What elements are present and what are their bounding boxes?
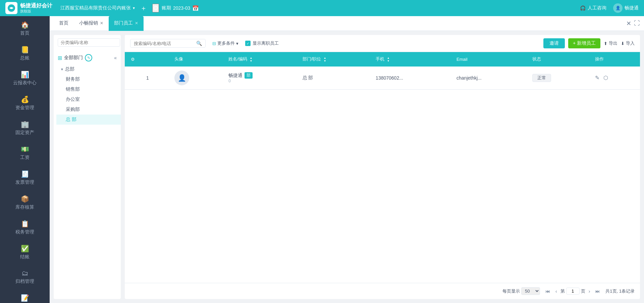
all-dept-item[interactable]: ⊞ 全部部门 ✎ « <box>54 51 121 64</box>
show-resigned-checkbox[interactable]: ✓ <box>245 41 251 46</box>
filter-label: 更多条件 <box>217 40 235 46</box>
dept-sub-office[interactable]: 办公室 <box>56 94 121 104</box>
expand-icon: ▼ <box>60 68 64 71</box>
import-button[interactable]: ⬇ 导入 <box>621 40 635 46</box>
pagination: 每页显示 20 50 100 ⏮ ‹ 第 页 › <box>125 283 640 299</box>
sidebar-item-funds[interactable]: 💰 资金管理 <box>0 91 50 116</box>
user-info[interactable]: 👤 畅捷通 <box>613 3 639 13</box>
sidebar-item-assets[interactable]: 🏢 固定资产 <box>0 116 50 140</box>
tab-department[interactable]: 部门员工 ✕ <box>109 16 144 31</box>
sidebar-item-salary[interactable]: 💵 工资 <box>0 140 50 165</box>
sidebar: 🏠 首页 📒 总账 📊 云报表中心 💰 资金管理 🏢 固定资产 💵 工资 🧾 发… <box>0 16 50 303</box>
page-label: 第 <box>560 288 565 294</box>
sort-name-icon: ▲▼ <box>250 56 253 62</box>
logo-sub: 旗舰版 <box>20 9 52 14</box>
reports-icon: 📊 <box>21 71 29 79</box>
left-panel: 🔍 ⊞ 全部部门 ✎ « ▼ 总部 财务部 <box>54 35 121 299</box>
last-page-button[interactable]: ⏭ <box>593 288 602 295</box>
period-label: 账期 <box>162 5 171 11</box>
edit-employee-icon[interactable]: ✎ <box>595 75 599 81</box>
tab-home[interactable]: 首页 <box>54 16 74 31</box>
employee-search-input[interactable] <box>134 41 194 46</box>
logo-icon <box>5 2 17 14</box>
settings-button[interactable]: ⚙ <box>152 4 159 12</box>
sidebar-item-label: 云报表中心 <box>13 80 37 86</box>
home-icon: 🏠 <box>21 21 29 29</box>
close-tab-department-icon[interactable]: ✕ <box>135 21 138 26</box>
close-tab-button[interactable]: ✕ <box>626 20 631 27</box>
sidebar-item-label: 工资 <box>20 155 30 161</box>
invite-button[interactable]: 邀请 <box>543 38 565 48</box>
dept-search-area: 🔍 <box>54 35 121 50</box>
logo-area: 畅捷通好会计 旗舰版 <box>5 2 55 14</box>
tab-bar: 首页 小畅报销 ✕ 部门员工 ✕ ✕ ⛶ <box>50 16 644 31</box>
tab-expense[interactable]: 小畅报销 ✕ <box>74 16 109 31</box>
add-button[interactable]: ＋ <box>140 4 147 13</box>
sidebar-item-label: 资金管理 <box>15 105 34 111</box>
logout-employee-icon[interactable]: ⬡ <box>603 75 608 81</box>
status-badge: 正常 <box>532 74 551 82</box>
page-number-input[interactable] <box>566 288 580 295</box>
sidebar-item-reports[interactable]: 📊 云报表中心 <box>0 66 50 91</box>
company-selector[interactable]: 江西服宝精品有限责任公司内账张 ▾ <box>60 5 135 11</box>
collapse-icon[interactable]: « <box>114 55 117 60</box>
sidebar-item-label: 首页 <box>20 30 30 36</box>
row-mobile: 138070602... <box>370 67 451 90</box>
sidebar-item-label: 总账 <box>20 55 30 61</box>
sidebar-item-closing[interactable]: ✅ 结账 <box>0 240 50 265</box>
sidebar-item-archive[interactable]: 🗂 归档管理 <box>0 265 50 289</box>
employee-dept-badge: 部 <box>245 72 253 79</box>
table-header-dept[interactable]: 部门/职位 ▲▼ <box>297 52 371 67</box>
table-header-mobile[interactable]: 手机 ▲▼ <box>370 52 451 67</box>
export-button[interactable]: ⬆ 导出 <box>604 40 618 46</box>
row-avatar: 👤 <box>169 67 223 90</box>
dept-root-item[interactable]: ▼ 总部 <box>56 64 121 74</box>
dept-sub-finance[interactable]: 财务部 <box>56 74 121 84</box>
table-header-avatar: 头像 <box>169 52 223 67</box>
close-tab-expense-icon[interactable]: ✕ <box>100 21 103 26</box>
headphone-icon: 🎧 <box>580 5 586 11</box>
sidebar-item-label: 税务管理 <box>15 229 34 235</box>
dept-tree: ⊞ 全部部门 ✎ « ▼ 总部 财务部 销售部 办公室 采购部 <box>54 50 121 299</box>
invoice-icon: 🧾 <box>21 170 29 178</box>
sidebar-item-invoice[interactable]: 🧾 发票管理 <box>0 165 50 190</box>
sidebar-item-expense[interactable]: 📝 小畅报销 <box>0 289 50 303</box>
sort-mobile-icon: ▲▼ <box>387 56 390 62</box>
company-name: 江西服宝精品有限责任公司内账张 <box>60 5 131 11</box>
support-button[interactable]: 🎧 人工咨询 <box>580 5 606 11</box>
prev-page-button[interactable]: ‹ <box>553 288 559 295</box>
table-header-settings[interactable]: ⚙ <box>125 52 141 67</box>
sidebar-item-tax[interactable]: 📋 税务管理 <box>0 215 50 240</box>
first-page-button[interactable]: ⏮ <box>543 288 552 295</box>
edit-dept-button[interactable]: ✎ <box>85 54 92 61</box>
row-actions: ✎ ⬡ <box>590 67 640 90</box>
period-value: 2023-03 <box>173 5 190 11</box>
dept-root-label: 总部 <box>65 66 74 72</box>
dept-sub-sales[interactable]: 销售部 <box>56 84 121 94</box>
add-employee-button[interactable]: + 新增员工 <box>568 38 600 48</box>
table-header-name[interactable]: 姓名/编码 ▲▼ <box>223 52 297 67</box>
sidebar-item-ledger[interactable]: 📒 总账 <box>0 41 50 66</box>
employee-code: 0 <box>228 79 291 83</box>
expand-tab-button[interactable]: ⛶ <box>634 20 640 27</box>
sidebar-item-inventory[interactable]: 📦 库存核算 <box>0 190 50 215</box>
import-icon: ⬇ <box>621 41 625 46</box>
sidebar-item-home[interactable]: 🏠 首页 <box>0 16 50 41</box>
employee-search-wrap: 🔍 <box>130 39 206 48</box>
calendar-icon[interactable]: 📅 <box>192 5 199 11</box>
dept-search-input[interactable] <box>58 38 120 47</box>
dept-sub-headquarters[interactable]: 总 部 <box>56 115 121 125</box>
filter-button[interactable]: ⊟ 更多条件 ▾ <box>210 39 241 48</box>
grid-icon: ⊞ <box>58 55 62 61</box>
support-label: 人工咨询 <box>588 5 606 11</box>
dept-sub-purchase[interactable]: 采购部 <box>56 104 121 115</box>
chevron-down-icon: ▾ <box>236 41 238 46</box>
next-page-button[interactable]: › <box>587 288 592 295</box>
page-size-select[interactable]: 20 50 100 <box>521 287 540 295</box>
page-nav: ⏮ ‹ 第 页 › ⏭ <box>543 288 602 295</box>
table-header-status: 状态 <box>527 52 589 67</box>
sidebar-item-label: 库存核算 <box>15 204 34 210</box>
chevron-down-icon: ▾ <box>133 6 135 10</box>
table-header-email: Email <box>451 52 527 67</box>
user-name: 畅捷通 <box>625 5 639 11</box>
